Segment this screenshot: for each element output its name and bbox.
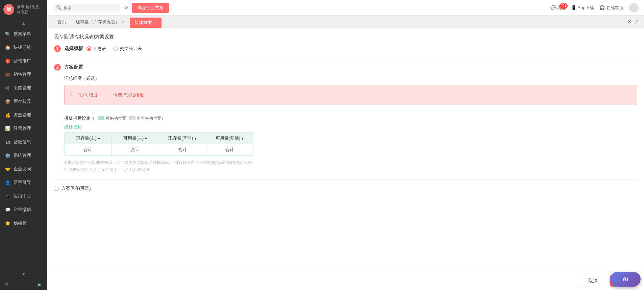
- sidebar: 畅 畅康通好生意 标准版 ▲ 🔍 搜索菜单 🏠 快捷导航 🎁 营销推广 💼 销售…: [0, 0, 47, 290]
- message-count: 99+: [559, 3, 568, 9]
- scroll-down-btn[interactable]: ▼: [0, 270, 47, 278]
- enterprise-icon: 🤝: [5, 166, 11, 172]
- movable-legend: 可拖动位置: [98, 116, 126, 121]
- sidebar-item-wechat[interactable]: 💬 企业微信: [0, 203, 47, 216]
- newbie-icon: 👤: [5, 179, 11, 186]
- logo-icon: 畅: [3, 4, 14, 15]
- settings-icon[interactable]: ⚙: [5, 282, 9, 287]
- sidebar-item-app-center[interactable]: 📱 应用中心: [0, 189, 47, 203]
- inventory-icon: 📦: [5, 98, 11, 104]
- user-avatar[interactable]: [629, 3, 639, 13]
- step1-header: 1 选择模板 汇总表 交叉统计表: [54, 45, 637, 52]
- ai-label: Ai: [622, 276, 628, 283]
- radio-cross[interactable]: 交叉统计表: [113, 46, 142, 52]
- message-badge[interactable]: 💬 消息 99+: [550, 5, 566, 11]
- sidebar-item-inventory[interactable]: 📦 库存核算: [0, 95, 47, 108]
- step2-title: 方案配置: [64, 64, 83, 70]
- save-checkbox[interactable]: [54, 186, 59, 191]
- industry-plan-button[interactable]: 体验行业方案: [132, 3, 169, 13]
- sidebar-item-enterprise[interactable]: 🤝 企业协同: [0, 162, 47, 176]
- topbar: 🔍 ⚙ 体验行业方案 💬 消息 99+ 📱 App下载 🎧 在线客服: [47, 0, 644, 16]
- select-hint: —— 请选择分组维度: [103, 92, 144, 98]
- sidebar-bottom: ⚙ 🔈: [0, 278, 47, 290]
- message-icon: 💬: [550, 5, 556, 10]
- step2-section: 2 方案配置 汇总维度（必选） * *纵向维度 —— 请选择分组维度: [54, 64, 637, 173]
- wechat-icon: 💬: [5, 207, 11, 213]
- tab-new-plan-close-icon[interactable]: ✕: [153, 20, 157, 25]
- step1-title: 选择模板: [64, 46, 83, 52]
- marketing-icon: 🎁: [5, 58, 11, 64]
- col-header-0[interactable]: 现存量(主): [65, 132, 112, 144]
- expand-icon[interactable]: ⤢: [634, 19, 639, 25]
- app-download-link[interactable]: 📱 App下载: [571, 5, 594, 11]
- online-service-link[interactable]: 🎧 在线客服: [599, 5, 624, 11]
- sidebar-item-finance[interactable]: 💰 资金管理: [0, 108, 47, 122]
- tab-new-plan[interactable]: 新建方案 ✕: [130, 18, 162, 28]
- main-area: 🔍 ⚙ 体验行业方案 💬 消息 99+ 📱 App下载 🎧 在线客服 首页: [47, 0, 644, 290]
- dimension-select-area[interactable]: * *纵向维度 —— 请选择分组维度: [64, 85, 637, 105]
- col-2-chevron-down-icon[interactable]: [195, 136, 197, 141]
- quick-nav-icon: 🏠: [5, 44, 11, 50]
- fixed-legend-box: [129, 116, 135, 120]
- sidebar-item-newbie[interactable]: 👤 新手引导: [0, 176, 47, 189]
- col-header-3[interactable]: 可用量(基辅): [206, 132, 253, 144]
- tips-section: 1.拖动标题栏可以调整布局，不可跨维度或指标区域拖动标目字段(只能在同一维度或指…: [64, 160, 637, 173]
- cancel-button[interactable]: 取消: [580, 275, 606, 287]
- sidebar-item-sales[interactable]: 💼 销售管理: [0, 68, 47, 81]
- sidebar-nav: 🔍 搜索菜单 🏠 快捷导航 🎁 营销推广 💼 销售管理 🛒 采购管理 📦 库存核…: [0, 27, 47, 270]
- sidebar-item-basic-info[interactable]: 🗂 基础信息: [0, 135, 47, 149]
- app-logo: 畅 畅康通好生意 标准版: [0, 0, 47, 19]
- sidebar-item-operations[interactable]: 📊 经营管理: [0, 122, 47, 135]
- sidebar-item-purchase[interactable]: 🛒 采购管理: [0, 81, 47, 95]
- page-title: 现存量(库存状况表)方案设置: [54, 34, 637, 40]
- save-option: 方案保存(可选): [54, 185, 637, 191]
- operations-icon: 📊: [5, 125, 11, 131]
- finance-icon: 💰: [5, 112, 11, 118]
- speaker-icon[interactable]: 🔈: [37, 282, 43, 287]
- step2-badge: 2: [54, 64, 61, 71]
- movable-legend-box: [98, 116, 104, 120]
- ai-bubble[interactable]: Ai: [610, 272, 641, 287]
- col-header-1[interactable]: 可用量(主): [112, 132, 159, 144]
- main-content: 现存量(库存状况表)方案设置 1 选择模板 汇总表 交叉统计表: [47, 28, 644, 271]
- radio-summary[interactable]: 汇总表: [86, 46, 106, 52]
- sidebar-item-marketing[interactable]: 🎁 营销推广: [0, 54, 47, 68]
- sidebar-item-quick-nav[interactable]: 🏠 快捷导航: [0, 41, 47, 54]
- search-input[interactable]: [64, 5, 117, 10]
- sidebar-item-system[interactable]: ⚙️ 系统管理: [0, 149, 47, 162]
- stats-table-header: 现存量(主) 可用量(主) 现存量(基辅): [65, 132, 253, 144]
- app-name: 畅康通好生意 标准版: [17, 4, 39, 15]
- tab-inventory-close-icon[interactable]: ✕: [122, 20, 125, 24]
- save-option-label: 方案保存(可选): [61, 185, 91, 191]
- search-menu-icon: 🔍: [5, 31, 11, 37]
- col-1-chevron-down-icon[interactable]: [145, 136, 147, 141]
- close-window-icon[interactable]: ✕: [627, 19, 631, 25]
- tab-actions: ✕ ⤢: [627, 19, 639, 25]
- step2-content: 汇总维度（必选） * *纵向维度 —— 请选择分组维度 模板指标设定（: [54, 75, 637, 173]
- search-box[interactable]: 🔍: [53, 4, 120, 11]
- col-header-2[interactable]: 现存量(基辅): [159, 132, 206, 144]
- cell-3: 合计: [206, 144, 253, 155]
- divider2: [54, 179, 637, 180]
- sidebar-item-member[interactable]: ⭐ 畅会员: [0, 216, 47, 230]
- tab-inventory-status[interactable]: 现存量（库存状况表） ✕: [71, 16, 130, 28]
- scroll-up-btn[interactable]: ▲: [0, 19, 47, 27]
- step1-section: 1 选择模板 汇总表 交叉统计表: [54, 45, 637, 52]
- aggregate-dim-label: 汇总维度（必选）: [64, 75, 637, 81]
- tab-home[interactable]: 首页: [53, 16, 71, 28]
- phone-icon: 📱: [571, 5, 576, 10]
- purchase-icon: 🛒: [5, 85, 11, 91]
- divider1: [54, 59, 637, 59]
- required-star: *: [70, 93, 72, 98]
- gear-icon[interactable]: ⚙: [124, 4, 128, 11]
- radio-summary-circle: [86, 46, 91, 51]
- col-0-chevron-down-icon[interactable]: [98, 136, 100, 141]
- sidebar-item-search-menu[interactable]: 🔍 搜索菜单: [0, 27, 47, 41]
- topbar-right: 💬 消息 99+ 📱 App下载 🎧 在线客服: [550, 3, 639, 13]
- tip-1: 1.拖动标题栏可以调整布局，不可跨维度或指标区域拖动标目字段(只能在同一维度或指…: [64, 160, 637, 166]
- radio-cross-circle: [113, 46, 118, 51]
- col-3-chevron-down-icon[interactable]: [242, 136, 244, 141]
- system-icon: ⚙️: [5, 152, 11, 159]
- spacer: [64, 105, 637, 110]
- cell-1: 合计: [112, 144, 159, 155]
